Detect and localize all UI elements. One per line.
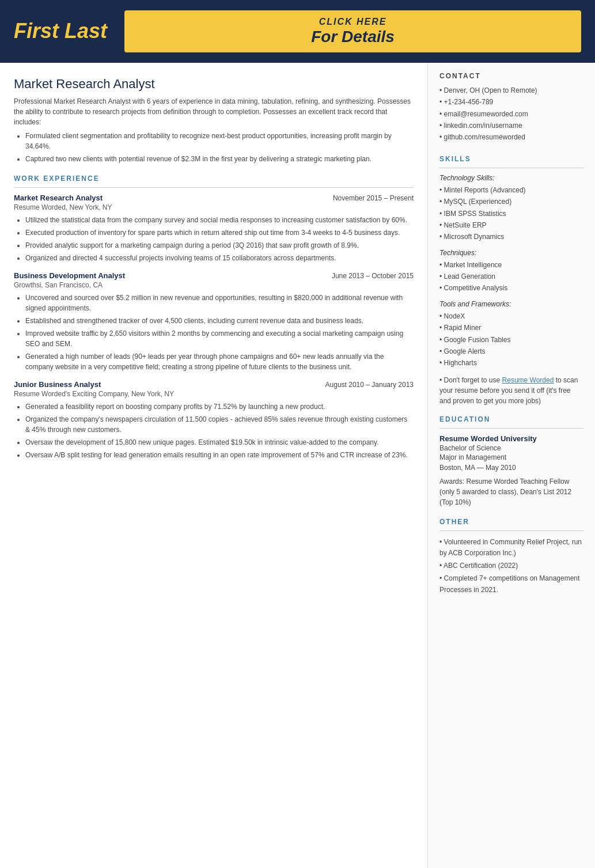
other-item-1: Volunteered in Community Relief Project,… (439, 537, 583, 559)
summary-bullet-1: Formulated client segmentation and profi… (25, 131, 414, 151)
summary-text: Professional Market Research Analyst wit… (14, 96, 414, 127)
left-column: Market Research Analyst Professional Mar… (0, 63, 428, 868)
tech-skill-3: IBM SPSS Statistics (439, 208, 583, 219)
contact-item-1: Denver, OH (Open to Remote) (439, 85, 583, 96)
job-2-header: Business Development Analyst June 2013 –… (14, 271, 414, 280)
cta-bottom-text: For Details (311, 28, 395, 46)
job-1-title: Market Research Analyst (14, 194, 103, 202)
contact-item-4: linkedin.com/in/username (439, 120, 583, 131)
header: First Last CLICK HERE For Details (0, 0, 595, 63)
tools-list: NodeX Rapid Miner Google Fusion Tables G… (439, 310, 583, 369)
job-entry-1: Market Research Analyst November 2015 – … (14, 194, 414, 263)
promo-link[interactable]: Resume Worded (502, 376, 554, 384)
job-entry-3: Junior Business Analyst August 2010 – Ja… (14, 380, 414, 460)
job-3-bullet-3: Oversaw the development of 15,800 new un… (25, 437, 414, 448)
job-3-company: Resume Worded's Exciting Company, New Yo… (14, 390, 414, 398)
summary-bullets: Formulated client segmentation and profi… (25, 131, 414, 164)
edu-major: Major in Management (439, 452, 583, 463)
other-list: Volunteered in Community Relief Project,… (439, 537, 583, 596)
techniques-label: Techniques: (439, 249, 583, 257)
job-1-bullet-1: Utilized the statistical data from the c… (25, 215, 414, 225)
edu-degree: Bachelor of Science (439, 444, 583, 452)
skills-divider (439, 168, 583, 168)
job-3-header: Junior Business Analyst August 2010 – Ja… (14, 380, 414, 389)
tool-3: Google Fusion Tables (439, 334, 583, 346)
edu-location-date: Boston, MA — May 2010 (439, 463, 583, 473)
tech-skills-list: Mintel Reports (Advanced) MySQL (Experie… (439, 184, 583, 243)
main-content: Market Research Analyst Professional Mar… (0, 63, 595, 868)
contact-list: Denver, OH (Open to Remote) +1-234-456-7… (439, 85, 583, 143)
edu-divider (439, 428, 583, 429)
job-1-dates: November 2015 – Present (333, 194, 414, 202)
contact-item-2: +1-234-456-789 (439, 96, 583, 108)
cta-banner[interactable]: CLICK HERE For Details (124, 10, 581, 52)
work-divider (14, 187, 414, 188)
tech-skill-5: Microsoft Dynamics (439, 231, 583, 242)
job-title: Market Research Analyst (14, 74, 414, 92)
technique-3: Competitive Analysis (439, 282, 583, 294)
tech-skill-1: Mintel Reports (Advanced) (439, 184, 583, 196)
job-3-bullet-2: Organized the company's newspapers circu… (25, 414, 414, 435)
skills-tools: Tools and Frameworks: NodeX Rapid Miner … (439, 300, 583, 369)
work-experience-label: WORK EXPERIENCE (14, 175, 414, 183)
job-2-company: Growthsi, San Francisco, CA (14, 281, 414, 289)
right-column: CONTACT Denver, OH (Open to Remote) +1-2… (428, 63, 595, 868)
job-2-title: Business Development Analyst (14, 271, 125, 280)
candidate-name: First Last (14, 19, 107, 43)
job-2-bullet-1: Uncovered and sourced over $5.2 million … (25, 293, 414, 313)
education-entry: Resume Worded University Bachelor of Sci… (439, 434, 583, 507)
tools-label: Tools and Frameworks: (439, 300, 583, 308)
skills-tech: Technology Skills: Mintel Reports (Advan… (439, 174, 583, 243)
job-2-bullets: Uncovered and sourced over $5.2 million … (25, 293, 414, 372)
contact-item-3: email@resumeworded.com (439, 108, 583, 120)
other-divider (439, 530, 583, 531)
job-entry-2: Business Development Analyst June 2013 –… (14, 271, 414, 372)
contact-label: CONTACT (439, 72, 583, 80)
job-2-bullet-3: Improved website traffic by 2,650 visito… (25, 328, 414, 349)
technique-2: Lead Generation (439, 271, 583, 282)
job-3-title: Junior Business Analyst (14, 380, 101, 389)
tech-skills-label: Technology Skills: (439, 174, 583, 182)
tool-5: Highcharts (439, 357, 583, 369)
techniques-list: Market Intelligence Lead Generation Comp… (439, 259, 583, 294)
job-1-bullets: Utilized the statistical data from the c… (25, 215, 414, 263)
skills-techniques: Techniques: Market Intelligence Lead Gen… (439, 249, 583, 294)
other-label: OTHER (439, 518, 583, 526)
job-2-dates: June 2013 – October 2015 (332, 272, 414, 280)
job-1-bullet-2: Executed production of inventory for spa… (25, 228, 414, 238)
tool-2: Rapid Miner (439, 322, 583, 333)
cta-top-text: CLICK HERE (141, 16, 565, 27)
promo-box: • Don't forget to use Resume Worded to s… (439, 375, 583, 406)
promo-prefix: • Don't forget to use (439, 376, 502, 384)
education-label: EDUCATION (439, 415, 583, 423)
job-3-bullet-1: Generated a feasibility report on boosti… (25, 401, 414, 412)
job-1-company: Resume Worded, New York, NY (14, 203, 414, 211)
technique-1: Market Intelligence (439, 259, 583, 271)
summary-bullet-2: Captured two new clients with potential … (25, 154, 414, 164)
job-2-bullet-2: Established and strengthened tracker of … (25, 316, 414, 326)
contact-item-5: github.com/resumeworded (439, 131, 583, 143)
edu-awards: Awards: Resume Worded Teaching Fellow (o… (439, 476, 583, 507)
edu-school: Resume Worded University (439, 434, 583, 443)
job-3-bullets: Generated a feasibility report on boosti… (25, 401, 414, 460)
resume-page: First Last CLICK HERE For Details Market… (0, 0, 595, 868)
job-1-bullet-3: Provided analytic support for a marketin… (25, 240, 414, 251)
tech-skill-2: MySQL (Experienced) (439, 196, 583, 207)
job-1-bullet-4: Organized and directed 4 successful proj… (25, 253, 414, 263)
tool-4: Google Alerts (439, 346, 583, 357)
job-1-header: Market Research Analyst November 2015 – … (14, 194, 414, 202)
job-2-bullet-4: Generated a high number of leads (90+ le… (25, 351, 414, 372)
job-3-bullet-4: Oversaw A/B split testing for lead gener… (25, 450, 414, 460)
skills-label: SKILLS (439, 155, 583, 163)
tech-skill-4: NetSuite ERP (439, 219, 583, 231)
work-experience-section: WORK EXPERIENCE Market Research Analyst … (14, 175, 414, 460)
other-item-3: Completed 7+ competitions on Management … (439, 573, 583, 595)
tool-1: NodeX (439, 310, 583, 322)
other-item-2: ABC Certification (2022) (439, 560, 583, 571)
job-3-dates: August 2010 – January 2013 (325, 381, 414, 389)
